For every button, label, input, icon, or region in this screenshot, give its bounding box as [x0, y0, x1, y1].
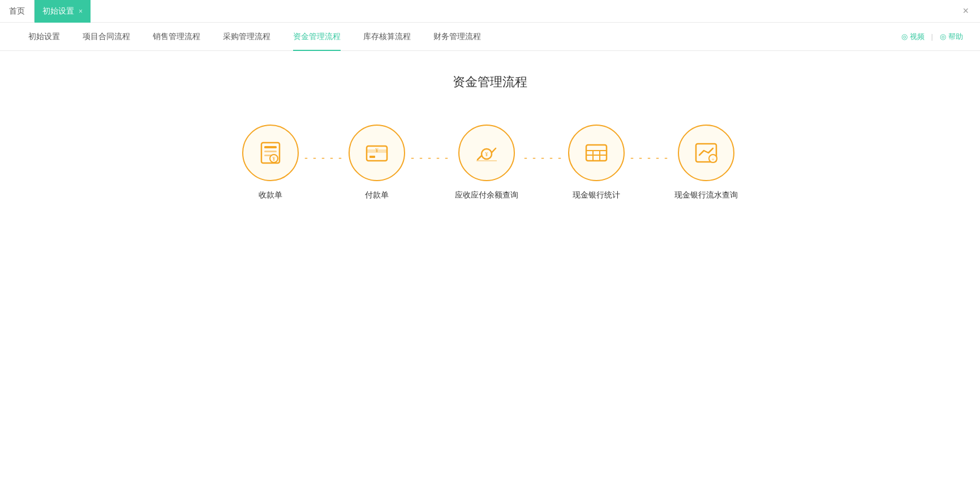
nav-bar-right: ◎ 视频 | ◎ 帮助: [901, 32, 963, 42]
active-tab-label: 初始设置: [42, 6, 74, 16]
nav-item-initial[interactable]: 初始设置: [17, 23, 71, 51]
balance-icon-wrapper: ¥: [458, 125, 515, 181]
top-bar: 首页 初始设置 × ×: [0, 0, 980, 23]
flow-item-bank-stat[interactable]: 现金银行统计: [568, 125, 625, 200]
video-label: 视频: [910, 32, 925, 42]
tab-close-icon[interactable]: ×: [79, 7, 83, 15]
svg-text:¥: ¥: [485, 151, 488, 157]
help-label: 帮助: [948, 32, 963, 42]
connector-2: - - - - -: [405, 152, 455, 164]
flow-item-payment[interactable]: ¥ 付款单: [349, 125, 405, 200]
svg-rect-2: [264, 151, 277, 152]
balance-icon: ¥: [472, 138, 501, 168]
bank-stat-label: 现金银行统计: [573, 190, 620, 200]
bank-flow-label: 现金银行流水查询: [674, 190, 738, 200]
help-icon: ◎: [940, 32, 946, 41]
payment-icon: ¥: [362, 138, 392, 168]
svg-rect-1: [264, 146, 277, 148]
flow-item-bank-flow[interactable]: + 现金银行流水查询: [674, 125, 738, 200]
svg-rect-13: [586, 145, 607, 161]
flow-item-balance[interactable]: ¥ 应收应付余额查询: [455, 125, 518, 200]
nav-item-capital[interactable]: 资金管理流程: [282, 23, 352, 51]
play-icon: ◎: [901, 32, 908, 41]
nav-item-purchase[interactable]: 采购管理流程: [212, 23, 282, 51]
svg-text:+: +: [711, 156, 714, 162]
connector-3: - - - - -: [518, 152, 568, 164]
nav-item-inventory[interactable]: 库存核算流程: [352, 23, 422, 51]
svg-text:¥: ¥: [273, 156, 276, 162]
payment-icon-wrapper: ¥: [349, 125, 405, 181]
main-content: 资金管理流程 ¥ 收款单 - - - - -: [0, 51, 980, 501]
window-close-icon[interactable]: ×: [962, 5, 969, 17]
flow-item-receipt[interactable]: ¥ 收款单: [242, 125, 299, 200]
bank-stat-icon-wrapper: [568, 125, 625, 181]
nav-item-finance[interactable]: 财务管理流程: [422, 23, 492, 51]
payment-label: 付款单: [365, 190, 389, 200]
nav-bar: 初始设置 项目合同流程 销售管理流程 采购管理流程 资金管理流程 库存核算流程 …: [0, 23, 980, 51]
page-title: 资金管理流程: [0, 74, 980, 91]
video-link[interactable]: ◎ 视频: [901, 32, 925, 42]
home-tab[interactable]: 首页: [0, 0, 35, 23]
nav-item-project[interactable]: 项目合同流程: [71, 23, 141, 51]
connector-1: - - - - -: [299, 152, 349, 164]
active-tab[interactable]: 初始设置 ×: [35, 0, 91, 23]
receipt-icon: ¥: [256, 138, 285, 168]
top-bar-right: ×: [962, 5, 980, 17]
receipt-icon-wrapper: ¥: [242, 125, 299, 181]
bank-stat-icon: [582, 138, 611, 168]
bank-flow-icon-wrapper: +: [678, 125, 734, 181]
balance-label: 应收应付余额查询: [455, 190, 518, 200]
nav-item-sales[interactable]: 销售管理流程: [141, 23, 212, 51]
bank-flow-icon: +: [691, 138, 721, 168]
receipt-label: 收款单: [259, 190, 282, 200]
nav-divider: |: [931, 32, 933, 41]
help-link[interactable]: ◎ 帮助: [940, 32, 963, 42]
flow-container: ¥ 收款单 - - - - - ¥ 付款单 - - - - -: [0, 125, 980, 200]
svg-rect-8: [369, 156, 375, 158]
connector-4: - - - - -: [625, 152, 674, 164]
svg-text:¥: ¥: [375, 147, 379, 153]
